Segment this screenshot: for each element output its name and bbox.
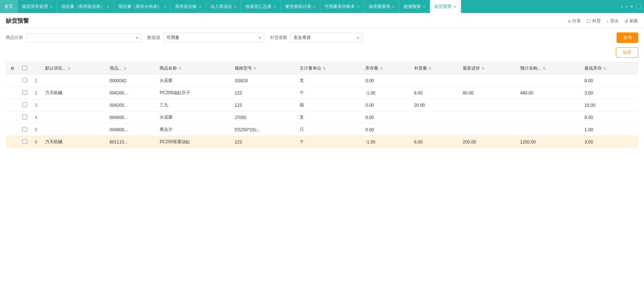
row-name: 火花塞	[156, 75, 231, 87]
select-all-checkbox[interactable]	[22, 66, 27, 70]
table-body: 1 0000042 火花塞 SS816 支 0.00 8.00 2 力天机械 0…	[6, 75, 638, 148]
row-unit: 箱	[296, 99, 362, 111]
share-button[interactable]: ⎋ 分享	[568, 18, 581, 24]
row-latest-price: 80.00	[459, 87, 517, 99]
datasource-filter-group: 数据源 可用量 ▾	[147, 33, 264, 43]
sort-min-icon: ⇅	[603, 66, 606, 70]
tab-bar: 首页 炼货异常处理 × 现存量（库存状况表） × 现存量（库存分布表） × 库存…	[0, 0, 644, 13]
th-est-purchase[interactable]: 预计采购... ⇅	[517, 62, 581, 75]
replenish-button[interactable]: ☐ 补货	[587, 18, 601, 24]
row-stock: -1.00	[362, 136, 410, 148]
settings-button[interactable]: 设置	[616, 47, 638, 58]
row-supplier	[42, 124, 106, 136]
category-select[interactable]: ▾	[26, 34, 142, 42]
main-content: 缺货预警 ⎋ 分享 ☐ 补货 ↓ 导出 ↺ 刷新 商品分类	[0, 13, 644, 287]
row-unit: 个	[296, 87, 362, 99]
tab-batch[interactable]: 库存批次账 ×	[171, 0, 206, 13]
row-checkbox-4[interactable]	[22, 127, 27, 132]
th-name[interactable]: 商品名称 ⇅	[156, 62, 231, 75]
table-row[interactable]: 5 004800... 离合片 DS250*23c... 只 0.00 1.00	[6, 124, 638, 136]
table-row[interactable]: 2 力天机械 004200... PC200油缸庄子 123 个 -1.00 6…	[6, 87, 638, 99]
filter-bar-row2: 设置	[0, 47, 644, 62]
close-tab-batch[interactable]: ×	[199, 4, 201, 9]
table-row[interactable]: 6 力天机械 801110... PC200张紧油缸 123 个 -1.00 6…	[6, 136, 638, 148]
row-code: 0000042	[106, 75, 156, 87]
tab-order-stat[interactable]: 要货单统计表 ×	[281, 0, 320, 13]
fullscreen-btn[interactable]: ⛶	[635, 3, 643, 10]
row-code: 004800...	[106, 124, 156, 136]
th-latest-price[interactable]: 最新进价 ⇅	[459, 62, 517, 75]
row-latest-price	[459, 111, 517, 124]
row-settings-cell	[6, 111, 19, 124]
tab-stock-dist[interactable]: 现存量（库存分布表） ×	[114, 0, 171, 13]
close-tab-order-stat[interactable]: ×	[313, 4, 316, 9]
close-tab-available[interactable]: ×	[357, 4, 359, 9]
table-row[interactable]: 3 004200... 三九 123 箱 0.00 20.00 10.00	[6, 99, 638, 111]
row-num: 2	[31, 87, 42, 99]
th-unit[interactable]: 主计量单位 ⇅	[296, 62, 362, 75]
close-tab-stock-status[interactable]: ×	[107, 4, 109, 9]
tab-collect[interactable]: 收发存汇总表 ×	[241, 0, 280, 13]
close-tab-expiry[interactable]: ×	[392, 4, 395, 9]
th-code[interactable]: 商品... ⇅	[106, 62, 156, 75]
tab-inout[interactable]: 出入库流水 ×	[206, 0, 241, 13]
th-min-stock[interactable]: 最低库存 ⇅	[581, 62, 638, 75]
row-name: PC200油缸庄子	[156, 87, 231, 99]
close-tab-shortage[interactable]: ×	[454, 4, 456, 9]
export-button[interactable]: ↓ 导出	[606, 18, 619, 24]
page-header: 缺货预警 ⎋ 分享 ☐ 补货 ↓ 导出 ↺ 刷新	[0, 13, 644, 28]
th-settings[interactable]: ⚙	[6, 62, 19, 75]
row-checkbox-cell[interactable]	[19, 124, 31, 136]
row-num: 6	[31, 136, 42, 148]
tab-expiry[interactable]: 保质期查询 ×	[364, 0, 399, 13]
row-checkbox-cell[interactable]	[19, 136, 31, 148]
base-chevron-icon: ▾	[357, 35, 359, 40]
close-tab-overstock[interactable]: ×	[423, 4, 425, 9]
row-min-stock: 10.00	[581, 99, 638, 111]
row-num: 5	[31, 124, 42, 136]
tab-available[interactable]: 可用量库存账本 ×	[320, 0, 364, 13]
table-row[interactable]: 4 004600... 火花塞 J7092 支 0.00 8.00	[6, 111, 638, 124]
tab-overstock[interactable]: 超储预警 ×	[399, 0, 430, 13]
sort-supplier-icon: ⇅	[68, 66, 70, 70]
prev-tab-btn[interactable]: ‹	[619, 3, 624, 10]
row-checkbox-0[interactable]	[22, 78, 27, 83]
row-checkbox-cell[interactable]	[19, 75, 31, 87]
datasource-select[interactable]: 可用量 ▾	[163, 33, 264, 43]
close-tab-collect[interactable]: ×	[274, 4, 276, 9]
row-checkbox-2[interactable]	[22, 102, 27, 107]
refresh-button[interactable]: ↺ 刷新	[625, 18, 638, 24]
next-tab-btn[interactable]: ›	[624, 3, 629, 10]
tab-stock-status[interactable]: 现存量（库存状况表） ×	[57, 0, 114, 13]
close-tab-inout[interactable]: ×	[234, 4, 236, 9]
tab-home[interactable]: 首页	[0, 0, 18, 13]
filter-bar: 商品分类 ▾ 数据源 可用量 ▾ 补货基数 安全库存 ▾ 查询	[0, 28, 644, 47]
row-checkbox-cell[interactable]	[19, 111, 31, 124]
column-settings-icon[interactable]: ⚙	[10, 66, 14, 71]
th-supplier[interactable]: 默认供应... ⇅	[42, 62, 106, 75]
th-stock[interactable]: 库存量 ⇅	[362, 62, 410, 75]
row-checkbox-3[interactable]	[22, 115, 27, 119]
row-checkbox-cell[interactable]	[19, 99, 31, 111]
row-unit: 个	[296, 136, 362, 148]
row-code: 004600...	[106, 111, 156, 124]
close-all-btn[interactable]: ×	[629, 3, 635, 10]
base-select[interactable]: 安全库存 ▾	[290, 33, 362, 43]
table-row[interactable]: 1 0000042 火花塞 SS816 支 0.00 8.00	[6, 75, 638, 87]
th-replenish[interactable]: 补货量 ⇅	[410, 62, 459, 75]
th-spec[interactable]: 规格型号 ⇅	[231, 62, 296, 75]
row-unit: 支	[296, 111, 362, 124]
query-button[interactable]: 查询	[617, 32, 638, 43]
tab-shortage[interactable]: 缺货预警 ×	[430, 0, 461, 13]
row-name: PC200张紧油缸	[156, 136, 231, 148]
row-checkbox-1[interactable]	[22, 90, 27, 95]
close-tab-stock-dist[interactable]: ×	[164, 4, 166, 9]
row-checkbox-5[interactable]	[22, 139, 27, 144]
close-tab-abnormal[interactable]: ×	[50, 4, 52, 9]
th-checkbox[interactable]	[19, 62, 31, 75]
row-checkbox-cell[interactable]	[19, 87, 31, 99]
row-supplier: 力天机械	[42, 87, 106, 99]
row-num: 4	[31, 111, 42, 124]
tab-abnormal[interactable]: 炼货异常处理 ×	[18, 0, 57, 13]
row-num: 1	[31, 75, 42, 87]
